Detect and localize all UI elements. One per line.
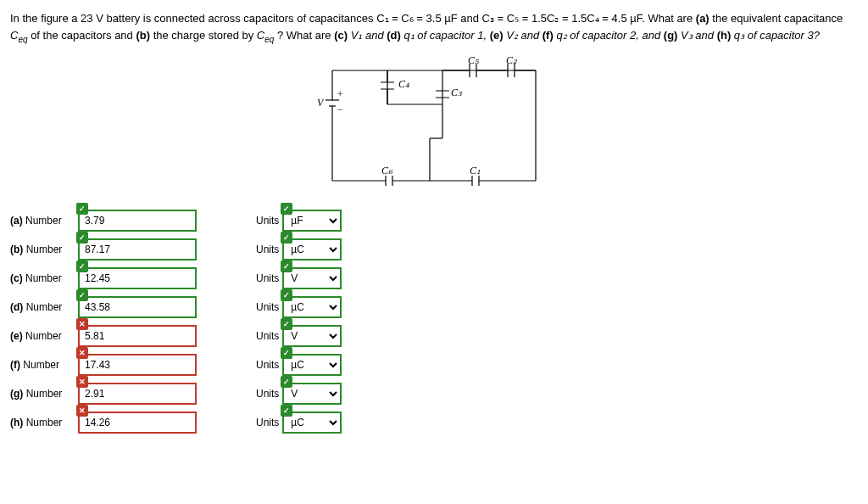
number-input[interactable] [78,210,197,232]
number-input[interactable] [78,383,197,405]
ceq-sym: Ceq [10,29,28,42]
problem-statement: In the figure a 23 V battery is connecte… [10,10,858,45]
number-input[interactable] [78,238,197,260]
answer-row: (c) Number✓Units✓V [10,266,858,290]
number-input[interactable] [78,296,197,318]
problem-eq1: C₁ = C₆ = 3.5 µF and C₃ = C₅ = 1.5C₂ = 1… [376,12,696,25]
part-g-label: (g) [664,29,678,42]
c1-label: C₁ [470,165,481,176]
checkmark-icon: ✓ [76,232,88,244]
answers-list: (a) Number✓Units✓µF(b) Number✓Units✓µC(c… [10,209,858,434]
answer-row: (h) Number✕Units✓µC [10,411,858,434]
checkmark-icon: ✓ [76,260,88,272]
c2-label: C₂ [506,54,518,66]
answer-row: (b) Number✓Units✓µC [10,238,858,261]
number-input[interactable] [78,267,197,289]
answer-row: (g) Number✕Units✓V [10,382,858,406]
units-label: Units [256,330,279,342]
units-label: Units [256,417,279,428]
answer-part-label: (b) Number [10,244,78,255]
g-v: V₃ and [681,29,717,42]
part-h-label: (h) [717,29,732,42]
answer-part-label: (f) Number [10,359,78,371]
c3-label: C₃ [451,87,463,98]
checkmark-icon: ✓ [76,203,88,215]
units-label: Units [256,215,279,227]
answer-row: (f) Number✕Units✓µC [10,353,858,377]
part-a-label: (a) [696,12,709,25]
units-label: Units [256,272,279,284]
c6-label: C₆ [381,165,393,176]
units-label: Units [256,301,279,313]
answer-part-label: (c) Number [10,272,78,284]
part-d-label: (d) [387,29,401,42]
answer-part-label: (h) Number [10,417,78,428]
circuit-diagram: V + − C₄ C₃ C₅ C₂ C₆ C₁ [10,53,858,192]
d-q: q₁ of capacitor 1, [404,29,490,42]
c5-label: C₅ [468,54,480,66]
checkmark-icon: ✓ [281,289,292,301]
answer-row: (d) Number✓Units✓µC [10,295,858,319]
answer-part-label: (g) Number [10,388,78,400]
x-icon: ✕ [76,376,88,388]
checkmark-icon: ✓ [281,260,292,272]
part-b-text: the charge stored by [153,29,257,42]
units-label: Units [256,388,279,400]
c4-label: C₄ [398,78,409,90]
part-a-text: the equivalent capacitance [712,12,843,25]
answer-part-label: (d) Number [10,301,78,313]
battery-label: V [317,97,325,109]
checkmark-icon: ✓ [281,347,292,359]
checkmark-icon: ✓ [281,376,292,388]
problem-intro: In the figure a 23 V battery is connecte… [10,12,376,25]
part-e-label: (e) [490,29,504,42]
number-input[interactable] [78,412,197,434]
units-label: Units [256,359,279,371]
checkmark-icon: ✓ [281,318,292,330]
checkmark-icon: ✓ [281,232,292,244]
answer-row: (a) Number✓Units✓µF [10,209,858,232]
answer-part-label: (a) Number [10,215,78,227]
x-icon: ✕ [76,318,88,330]
h-q: q₃ of capacitor 3? [734,29,820,42]
f-q: q₂ of capacitor 2, and [556,29,663,42]
part-c-label: (c) [334,29,348,42]
number-input[interactable] [78,354,197,376]
svg-text:+: + [337,88,343,100]
part-b-text2: ? What are [277,29,334,42]
number-input[interactable] [78,325,197,347]
units-label: Units [256,244,279,255]
x-icon: ✕ [76,405,88,417]
checkmark-icon: ✓ [281,203,292,215]
checkmark-icon: ✓ [76,289,88,301]
c-v: V₁ and [351,29,387,42]
answer-part-label: (e) Number [10,330,78,342]
answer-row: (e) Number✕Units✓V [10,324,858,348]
ceq-text: of the capacitors and [31,29,136,42]
part-f-label: (f) [542,29,554,42]
checkmark-icon: ✓ [281,405,292,417]
ceq-sym2: Ceq [257,29,275,42]
e-v: V₂ and [506,29,542,42]
x-icon: ✕ [76,347,88,359]
part-b-label: (b) [136,29,150,42]
svg-text:−: − [337,104,343,115]
